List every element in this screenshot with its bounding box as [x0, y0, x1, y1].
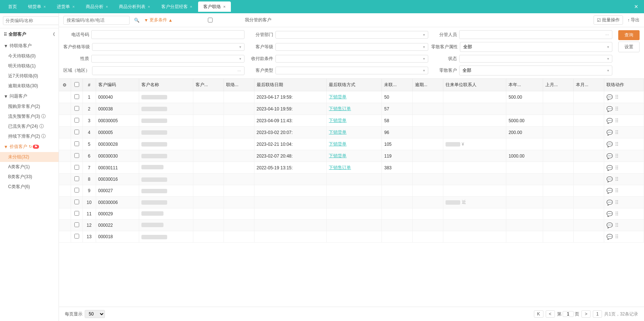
col-type-header[interactable]: 客户...: [193, 79, 224, 91]
grid-action-icon[interactable]: ⠿: [615, 153, 619, 159]
grid-action-icon[interactable]: ⠿: [615, 234, 619, 240]
message-icon[interactable]: 💬: [606, 200, 613, 205]
close-customer-segment-tab[interactable]: ×: [190, 4, 192, 9]
filter-search-icon[interactable]: 🔍: [134, 18, 140, 23]
next-page-btn[interactable]: >: [581, 310, 591, 318]
row-checkbox[interactable]: [74, 118, 79, 123]
tab-product-analysis-list[interactable]: 商品分析列表 ×: [114, 1, 155, 12]
col-contact-header[interactable]: 联络...: [224, 79, 254, 91]
col-code-header[interactable]: 客户编码: [96, 79, 139, 91]
class-c-item[interactable]: C类客户(6): [0, 182, 59, 192]
close-product-analysis-list-tab[interactable]: ×: [148, 4, 150, 9]
my-customers-checkbox[interactable]: [177, 18, 243, 22]
class-a-item[interactable]: A类客户(1): [0, 162, 59, 172]
tomorrow-pending-item[interactable]: 明天待联络(1): [0, 61, 59, 71]
refresh-icon[interactable]: ↻: [29, 144, 32, 149]
grid-action-icon[interactable]: ⠿: [615, 188, 619, 194]
message-icon[interactable]: 💬: [606, 165, 613, 171]
reset-button[interactable]: 设置: [618, 42, 640, 52]
price-level-select[interactable]: ▾: [92, 43, 244, 51]
message-icon[interactable]: 💬: [606, 234, 613, 240]
grid-action-icon[interactable]: ⠿: [615, 165, 619, 171]
col-last-way-header[interactable]: 最后联络方式: [327, 79, 382, 91]
col-this-month-header[interactable]: 本月...: [573, 79, 604, 91]
col-last-date-header[interactable]: 最后联络日期: [254, 79, 326, 91]
customer-type-select[interactable]: ▾: [275, 67, 429, 74]
contact-way-link[interactable]: 下销货单: [329, 153, 346, 158]
col-unit-contact-header[interactable]: 往来单位联系人: [443, 79, 506, 91]
hoarding-abnormal-item[interactable]: 囤购异常客户(2): [0, 102, 59, 112]
prev-page-btn[interactable]: <: [546, 310, 555, 318]
first-page-btn[interactable]: K: [534, 310, 543, 318]
value-customers-group[interactable]: ▼ 价值客户 ↻ ⚑: [0, 141, 59, 152]
phone-input[interactable]: [91, 30, 244, 39]
row-checkbox[interactable]: [74, 153, 79, 158]
pending-customers-group[interactable]: ▼ 待联络客户: [0, 40, 59, 51]
message-icon[interactable]: 💬: [606, 153, 613, 159]
close-customer-contact-tab[interactable]: ×: [223, 4, 225, 9]
grid-action-icon[interactable]: ⠿: [615, 130, 619, 135]
grid-action-icon[interactable]: ⠿: [615, 222, 619, 228]
today-pending-item[interactable]: 今天待联络(0): [0, 51, 59, 61]
message-icon[interactable]: 💬: [606, 222, 613, 228]
col-not-contacted-header[interactable]: 未联...: [382, 79, 412, 91]
message-icon[interactable]: 💬: [606, 94, 613, 100]
overdue-pending-item[interactable]: 逾期未联络(30): [0, 81, 59, 91]
message-icon[interactable]: 💬: [606, 106, 613, 112]
window-close-button[interactable]: ×: [631, 3, 641, 11]
churned-item[interactable]: 已流失客户(24) ⓘ: [0, 121, 59, 131]
row-checkbox[interactable]: [74, 200, 79, 204]
row-checkbox[interactable]: [74, 222, 79, 227]
message-icon[interactable]: 💬: [606, 211, 613, 217]
row-checkbox[interactable]: [74, 165, 79, 170]
grid-action-icon[interactable]: ⠿: [615, 118, 619, 124]
row-checkbox[interactable]: [74, 176, 79, 181]
status-select[interactable]: ▾: [459, 55, 612, 63]
tab-purchase[interactable]: 进货单 ×: [52, 1, 80, 12]
retail-customer-select[interactable]: 全部 ▾: [459, 66, 612, 75]
collapse-icon[interactable]: 《: [51, 32, 55, 37]
col-name-header[interactable]: 客户名称: [139, 79, 193, 91]
row-checkbox[interactable]: [74, 211, 79, 216]
contact-way-link[interactable]: 下销售订单: [329, 165, 351, 170]
grid-action-icon[interactable]: ⠿: [615, 211, 619, 217]
all-customers-header[interactable]: ⠿ 全部客户 《: [0, 28, 59, 40]
declining-item[interactable]: 持续下滑客户(2) ⓘ: [0, 131, 59, 141]
row-checkbox[interactable]: [74, 141, 79, 146]
retail-attr-select[interactable]: 全部 ▾: [460, 42, 612, 52]
contact-way-link[interactable]: 下销货单: [329, 141, 346, 147]
contact-way-link[interactable]: 下销货单: [329, 130, 346, 135]
page-number-input[interactable]: [563, 311, 574, 317]
search-input[interactable]: [63, 16, 130, 25]
contact-way-link[interactable]: 下销售订单: [329, 106, 351, 111]
contact-way-link[interactable]: 下销货单: [329, 94, 346, 99]
payment-select[interactable]: ▾: [275, 55, 429, 63]
problem-customers-group[interactable]: ▼ 问题客户: [0, 91, 59, 102]
ungrouped-item[interactable]: 未分组(32): [0, 152, 59, 162]
close-product-analysis-tab[interactable]: ×: [106, 4, 108, 9]
col-settings[interactable]: ⚙: [59, 79, 71, 91]
row-checkbox[interactable]: [74, 188, 79, 193]
dept-select[interactable]: ▾: [275, 31, 429, 39]
more-conditions-btn[interactable]: ▼ 更多条件 ▲: [144, 17, 173, 23]
col-this-year-header[interactable]: 本年...: [506, 79, 543, 91]
query-button[interactable]: 查询: [618, 30, 640, 40]
grid-action-icon[interactable]: ⠿: [615, 176, 619, 182]
row-checkbox[interactable]: [74, 106, 79, 111]
contact-way-link[interactable]: 下销货单: [329, 118, 346, 123]
row-checkbox[interactable]: [74, 234, 79, 239]
tab-customer-segment[interactable]: 客户分层经客 ×: [156, 1, 197, 12]
grid-action-icon[interactable]: ⠿: [615, 94, 619, 100]
tab-home[interactable]: 首页: [3, 1, 22, 12]
customer-level-select[interactable]: ▾: [275, 43, 429, 51]
tab-sales[interactable]: 销货单 ×: [23, 1, 51, 12]
region-select[interactable]: ···: [92, 66, 244, 75]
col-last-month-header[interactable]: 上月...: [543, 79, 573, 91]
grid-action-icon[interactable]: ⠿: [615, 200, 619, 205]
per-page-select[interactable]: 50 20 100: [85, 310, 105, 318]
export-btn[interactable]: ↑ 导出: [627, 17, 640, 23]
close-purchase-tab[interactable]: ×: [72, 4, 74, 9]
message-icon[interactable]: 💬: [606, 118, 613, 124]
col-overdue-header[interactable]: 逾期...: [412, 79, 443, 91]
close-sales-tab[interactable]: ×: [43, 4, 46, 9]
